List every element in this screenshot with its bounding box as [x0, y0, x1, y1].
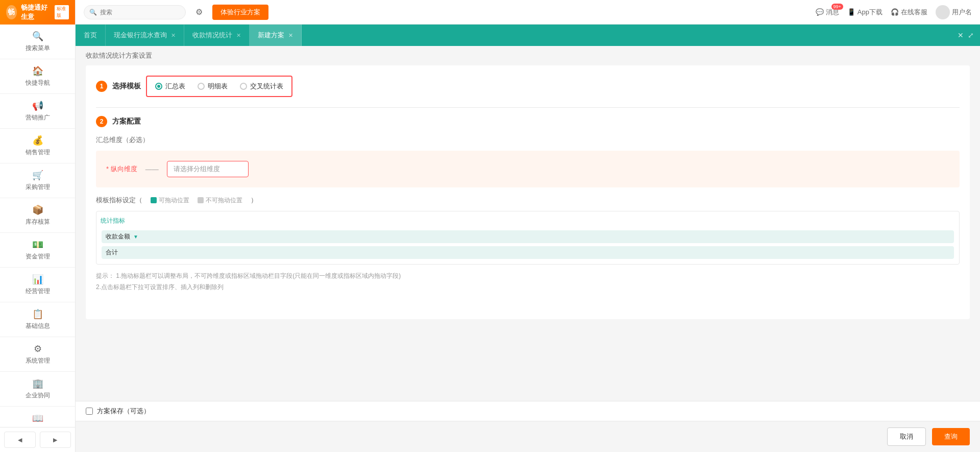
save-label: 方案保存（可选） — [97, 407, 150, 416]
tab-new-plan-close[interactable]: ✕ — [288, 32, 293, 39]
query-button[interactable]: 查询 — [932, 428, 970, 445]
action-footer: 取消 查询 — [76, 421, 980, 452]
tabbar-actions: ✕ ⤢ — [951, 25, 980, 46]
sidebar-bottom-right[interactable]: ▶ — [40, 432, 71, 448]
step1-section: 1 选择模板 汇总表 明细表 — [96, 76, 960, 97]
industry-btn[interactable]: 体验行业方案 — [212, 5, 268, 20]
app-download-btn[interactable]: 📱 App下载 — [847, 8, 883, 17]
online-service-label: 在线客服 — [901, 8, 927, 17]
sidebar-item-label: 基础信息 — [26, 322, 50, 330]
metrics-section: 模板指标设定（ 可拖动位置 不可拖动位置 ） — [96, 196, 960, 265]
tab-payment[interactable]: 收款情况统计 ✕ — [184, 25, 250, 46]
sidebar-item-label: 系统管理 — [26, 356, 50, 365]
sidebar-item-label: 经营管理 — [26, 287, 50, 296]
step1-title: 选择模板 — [112, 82, 141, 91]
radio-detail[interactable]: 明细表 — [198, 82, 228, 91]
online-service-btn[interactable]: 🎧 在线客服 — [891, 8, 927, 17]
step2-number: 2 — [96, 116, 107, 127]
sidebar-item-search[interactable]: 🔍 搜索菜单 — [0, 25, 75, 59]
online-service-icon: 🎧 — [891, 8, 899, 16]
dimension-select[interactable]: 请选择分组维度 — [167, 161, 249, 177]
notification-icon: 💬 — [816, 8, 824, 16]
notification-badge: 99+ — [831, 4, 843, 10]
step1-header: 1 选择模板 汇总表 明细表 — [96, 76, 960, 97]
sidebar-item-purchase[interactable]: 🛒 采购管理 — [0, 163, 75, 198]
sidebar-item-label: 营销推广 — [26, 113, 50, 122]
cancel-button[interactable]: 取消 — [887, 427, 926, 446]
topbar-right: 💬 消息 99+ 📱 App下载 🎧 在线客服 用户名 — [816, 5, 972, 19]
stat-item-payment[interactable]: 收款金额 ▼ — [102, 230, 954, 243]
search-input[interactable] — [100, 9, 180, 16]
sidebar-logo: 畅 畅捷通好生意 标准版 — [0, 0, 75, 25]
non-draggable-indicator: 不可拖动位置 — [198, 196, 242, 205]
radio-cross-label: 交叉统计表 — [250, 82, 283, 91]
metrics-config-label: 模板指标设定（ 可拖动位置 不可拖动位置 ） — [96, 196, 960, 205]
tip-line-2: 2.点击标题栏下拉可设置排序、插入列和删除列 — [96, 282, 960, 293]
template-options: 汇总表 明细表 交叉统计表 — [146, 76, 292, 97]
radio-cross[interactable]: 交叉统计表 — [240, 82, 283, 91]
stat-group: 统计指标 收款金额 ▼ 合计 — [96, 211, 959, 264]
draggable-indicator: 可拖动位置 — [151, 196, 189, 205]
tab-new-plan[interactable]: 新建方案 ✕ — [250, 25, 302, 46]
content-body: 1 选择模板 汇总表 明细表 — [76, 65, 980, 401]
tab-payment-close[interactable]: ✕ — [236, 32, 241, 39]
tab-cashflow-label: 现金银行流水查询 — [114, 31, 167, 40]
non-draggable-label: 不可拖动位置 — [206, 196, 242, 205]
finance-icon: 💵 — [32, 239, 43, 250]
tabbar: 首页 现金银行流水查询 ✕ 收款情况统计 ✕ 新建方案 ✕ ✕ ⤢ — [76, 25, 980, 46]
sidebar-item-inventory[interactable]: 📦 库存核算 — [0, 198, 75, 233]
sidebar-bottom-left[interactable]: ◀ — [4, 432, 36, 448]
sidebar-item-enterprise[interactable]: 🏢 企业协同 — [0, 372, 75, 407]
stat-subtotal: 合计 — [102, 246, 954, 259]
sidebar-item-system[interactable]: ⚙ 系统管理 — [0, 337, 75, 372]
radio-detail-label: 明细表 — [208, 82, 228, 91]
sales-icon: 💰 — [32, 135, 43, 146]
sidebar-item-operations[interactable]: 📊 经营管理 — [0, 268, 75, 302]
tab-home[interactable]: 首页 — [76, 25, 106, 46]
radio-summary[interactable]: 汇总表 — [155, 82, 185, 91]
drag-badge-green — [151, 197, 157, 203]
sidebar-item-guide[interactable]: 📖 新手引导 — [0, 407, 75, 427]
sidebar-item-marketing[interactable]: 📢 营销推广 — [0, 94, 75, 129]
sidebar: 畅 畅捷通好生意 标准版 🔍 搜索菜单 🏠 快捷导航 📢 营销推广 💰 销售管理… — [0, 0, 76, 452]
summary-dimension-label: 汇总维度（必选） — [96, 135, 960, 145]
radio-cross-input[interactable] — [240, 83, 247, 90]
tab-new-plan-label: 新建方案 — [258, 31, 284, 40]
settings-icon[interactable]: ⚙ — [192, 5, 206, 19]
sidebar-nav: 🔍 搜索菜单 🏠 快捷导航 📢 营销推广 💰 销售管理 🛒 采购管理 📦 库存核… — [0, 25, 75, 427]
tab-cashflow-close[interactable]: ✕ — [171, 32, 176, 39]
metrics-table: 统计指标 收款金额 ▼ 合计 — [96, 211, 960, 265]
sidebar-item-label: 企业协同 — [26, 391, 50, 400]
drag-badge-gray — [198, 197, 204, 203]
save-checkbox[interactable] — [86, 408, 93, 415]
notification-btn[interactable]: 💬 消息 99+ — [816, 8, 839, 17]
sidebar-item-label: 销售管理 — [26, 148, 50, 157]
tab-minimize-icon[interactable]: ✕ — [958, 31, 964, 39]
step2-section: 2 方案配置 汇总维度（必选） * 纵向维度 —— 请选择分组维度 — [96, 116, 960, 299]
stat-dropdown-icon[interactable]: ▼ — [133, 234, 138, 240]
sidebar-item-finance[interactable]: 💵 资金管理 — [0, 233, 75, 268]
tip-line-1: 提示： 1.拖动标题栏可以调整布局，不可跨维度或指标区域拖动栏目字段(只能在同一… — [96, 271, 960, 282]
search-box[interactable]: 🔍 — [84, 5, 186, 19]
sidebar-item-quicknav[interactable]: 🏠 快捷导航 — [0, 59, 75, 94]
sidebar-item-label: 库存核算 — [26, 218, 50, 226]
tab-home-label: 首页 — [84, 31, 97, 40]
app-download-label: App下载 — [857, 8, 883, 17]
content-area: 收款情况统计方案设置 1 选择模板 汇总表 — [76, 46, 980, 452]
system-icon: ⚙ — [34, 343, 42, 354]
sidebar-item-label: 采购管理 — [26, 183, 50, 192]
step2-title: 方案配置 — [112, 117, 141, 126]
tab-cashflow[interactable]: 现金银行流水查询 ✕ — [106, 25, 184, 46]
sidebar-item-basic-info[interactable]: 📋 基础信息 — [0, 302, 75, 337]
main-area: 🔍 ⚙ 体验行业方案 💬 消息 99+ 📱 App下载 🎧 在线客服 用户名 — [76, 0, 980, 452]
radio-detail-input[interactable] — [198, 83, 205, 90]
radio-summary-input[interactable] — [155, 83, 162, 90]
user-name: 用户名 — [952, 8, 972, 17]
breadcrumb: 收款情况统计方案设置 — [76, 46, 980, 65]
sidebar-item-sales[interactable]: 💰 销售管理 — [0, 129, 75, 163]
tab-maximize-icon[interactable]: ⤢ — [968, 31, 974, 39]
sidebar-item-label: 资金管理 — [26, 252, 50, 261]
sidebar-item-label: 搜索菜单 — [26, 44, 50, 53]
user-btn[interactable]: 用户名 — [936, 5, 972, 19]
content-footer: 方案保存（可选） — [76, 401, 980, 421]
